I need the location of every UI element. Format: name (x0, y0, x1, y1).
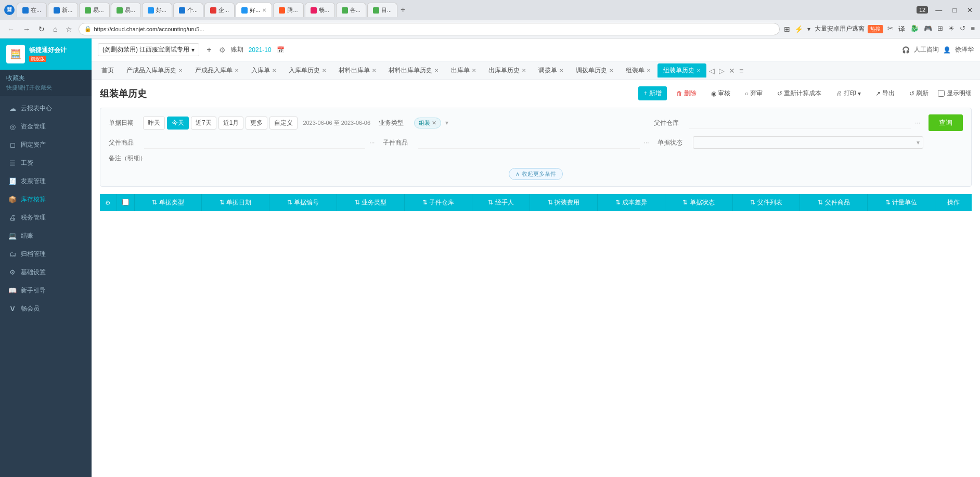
tab-transfer-hist[interactable]: 调拨单历史 ✕ (570, 63, 619, 78)
col-number[interactable]: ⇅ 单据编号 (269, 194, 337, 211)
close-icon[interactable]: ✕ (964, 5, 976, 15)
parent-goods-more-icon[interactable]: ··· (369, 139, 375, 146)
scissors-icon[interactable]: ✂ (887, 24, 893, 34)
recalculate-button[interactable]: ↺ 重新计算成本 (772, 86, 827, 100)
tab-in-hist[interactable]: 入库单历史 ✕ (283, 63, 332, 78)
browser-tab-qi[interactable]: 企... (204, 3, 235, 17)
order-status-dropdown-icon[interactable]: ▾ (917, 139, 920, 146)
reload-button[interactable]: ↻ (36, 24, 47, 34)
company-selector[interactable]: (勿删勿禁用) 江西服宝测试专用 ▾ (98, 43, 199, 56)
browser-tab-teng[interactable]: 腾... (273, 3, 303, 17)
abandon-button[interactable]: ○ 弃审 (740, 86, 768, 100)
grid-icon[interactable]: ⊞ (937, 24, 943, 34)
show-detail-checkbox[interactable] (938, 90, 945, 97)
sidebar-item-fixed-assets[interactable]: ◻ 固定资产 (0, 136, 92, 154)
week-btn[interactable]: 近7天 (191, 117, 216, 130)
biz-type-tag-close[interactable]: ✕ (432, 120, 436, 126)
add-company-button[interactable]: + (204, 45, 213, 55)
tab-transfer[interactable]: 调拨单 ✕ (533, 63, 569, 78)
col-unit[interactable]: ⇅ 计量单位 (868, 194, 935, 211)
browser-tab-xin[interactable]: 新... (48, 3, 78, 17)
sidebar-item-guide[interactable]: 📖 新手引导 (0, 281, 92, 300)
tab-menu-icon[interactable]: ≡ (738, 67, 745, 75)
tab-close-icon[interactable]: ✕ (178, 68, 183, 73)
game-icon[interactable]: 🎮 (924, 24, 932, 34)
tab-mat-out-hist[interactable]: 材料出库单历史 ✕ (383, 63, 444, 78)
customer-service-label[interactable]: 人工咨询 (914, 45, 939, 54)
col-child-warehouse[interactable]: ⇅ 子件仓库 (405, 194, 472, 211)
add-button[interactable]: + 新增 (638, 86, 666, 100)
sidebar-item-invoice[interactable]: 🧾 发票管理 (0, 172, 92, 190)
favorites-title[interactable]: 收藏夹 (6, 74, 85, 83)
browser-tab-yi2[interactable]: 易... (111, 3, 141, 17)
biz-type-dropdown-icon[interactable]: ▾ (445, 119, 448, 126)
print-button[interactable]: 🖨 打印 ▾ (831, 86, 866, 100)
sidebar-item-basic-settings[interactable]: ⚙ 基础设置 (0, 263, 92, 281)
col-biz-type[interactable]: ⇅ 业务类型 (337, 194, 405, 211)
tab-close-icon[interactable]: ✕ (434, 68, 439, 73)
col-handler[interactable]: ⇅ 经手人 (472, 194, 530, 211)
tab-out[interactable]: 出库单 ✕ (445, 63, 482, 78)
tab-close-icon[interactable]: ✕ (322, 68, 326, 73)
tab-close-icon[interactable]: ✕ (609, 68, 613, 73)
sidebar-item-payroll[interactable]: ☰ 工资 (0, 154, 92, 172)
maximize-icon[interactable]: □ (949, 5, 960, 15)
table-settings-icon[interactable]: ⚙ (105, 199, 111, 207)
home-button[interactable]: ⌂ (51, 24, 59, 34)
browser-tab-yi1[interactable]: 易... (79, 3, 109, 17)
tab-assembly-hist[interactable]: 组装单历史 ✕ (657, 63, 706, 78)
more-btn[interactable]: 更多 (246, 117, 267, 130)
col-parent-list[interactable]: ⇅ 父件列表 (732, 194, 800, 211)
browser-tab-hao1[interactable]: 好... (142, 3, 172, 17)
tab-close-icon[interactable]: ✕ (272, 68, 276, 73)
tab-close-icon[interactable]: ✕ (697, 68, 701, 73)
bookmark-button[interactable]: ☆ (63, 24, 74, 34)
browser-tab-mu[interactable]: 目... (367, 3, 397, 17)
select-all-checkbox[interactable] (122, 199, 129, 205)
tab-close-icon[interactable]: ✕ (472, 68, 476, 73)
parent-warehouse-more-icon[interactable]: ··· (915, 119, 920, 126)
menu-icon[interactable]: ≡ (971, 24, 975, 34)
address-bar[interactable]: 🔒 https://cloud.chanjet.com/accounting/u… (79, 23, 780, 35)
browser-tab-close[interactable]: ✕ (262, 7, 266, 13)
back-button[interactable]: ← (5, 24, 17, 34)
yesterday-btn[interactable]: 昨天 (143, 117, 165, 130)
audit-button[interactable]: ◉ 审核 (706, 86, 736, 100)
favorites-shortcut[interactable]: 快捷键打开收藏夹 (6, 84, 85, 92)
undo-icon[interactable]: ↺ (960, 24, 965, 34)
today-btn[interactable]: 今天 (167, 117, 189, 130)
sidebar-item-archive[interactable]: 🗂 归档管理 (0, 245, 92, 263)
col-cost-diff[interactable]: ⇅ 成本差异 (597, 194, 665, 211)
tab-home[interactable]: 首页 (96, 63, 120, 78)
tab-close-icon[interactable]: ✕ (235, 68, 239, 73)
minimize-icon[interactable]: — (932, 5, 945, 15)
sun-icon[interactable]: ☀ (948, 24, 955, 34)
table-check-th[interactable] (117, 194, 134, 211)
sidebar-item-checkout[interactable]: 💻 结账 (0, 227, 92, 245)
col-parent-goods[interactable]: ⇅ 父件商品 (800, 194, 868, 211)
lightning-icon[interactable]: ⚡ (794, 25, 803, 33)
browser-tab-ge2[interactable]: 各... (336, 3, 366, 17)
child-goods-more-icon[interactable]: ··· (644, 139, 649, 146)
sidebar-item-inventory[interactable]: 📦 库存核算 (0, 190, 92, 209)
col-status[interactable]: ⇅ 单据状态 (665, 194, 732, 211)
collapse-more-btn[interactable]: ∧ 收起更多条件 (509, 168, 563, 180)
tab-out-hist[interactable]: 出库单历史 ✕ (483, 63, 532, 78)
tab-close-icon[interactable]: ✕ (522, 68, 526, 73)
tab-close-icon[interactable]: ✕ (559, 68, 563, 73)
sidebar-item-vip[interactable]: V 畅会员 (0, 300, 92, 318)
export-button[interactable]: ↗ 导出 (870, 86, 900, 100)
forward-button[interactable]: → (21, 24, 32, 34)
show-detail-label[interactable]: 显示明细 (938, 89, 972, 98)
browser-tab-hao2[interactable]: 好... ✕ (236, 3, 272, 17)
emoji-icon[interactable]: 🐉 (910, 24, 919, 34)
table-settings-th[interactable]: ⚙ (100, 194, 117, 211)
browser-tab-ge[interactable]: 个... (173, 3, 203, 17)
col-disassemble-fee[interactable]: ⇅ 拆装费用 (530, 194, 597, 211)
delete-button[interactable]: 🗑 删除 (671, 86, 702, 100)
tab-close-icon[interactable]: ✕ (372, 68, 376, 73)
sidebar-item-fund-mgmt[interactable]: ◎ 资金管理 (0, 118, 92, 136)
tab-prev-icon[interactable]: ◁ (707, 67, 716, 75)
sidebar-item-tax[interactable]: 🖨 税务管理 (0, 209, 92, 227)
calendar-icon[interactable]: 📅 (277, 46, 285, 54)
